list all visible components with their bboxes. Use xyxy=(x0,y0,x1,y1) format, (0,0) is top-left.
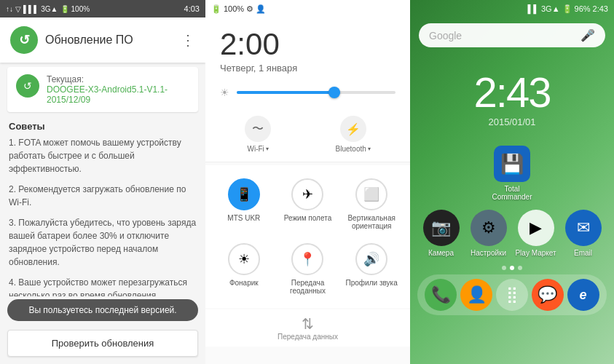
battery-icon-3: 🔋 xyxy=(562,4,572,14)
tc-inner: 💾 xyxy=(500,153,524,175)
status-bar-2: 🔋 100% ⚙ 👤 xyxy=(205,0,410,17)
dot-2 xyxy=(510,266,514,270)
version-value: DOOGEE-X3-Android5.1-V1.1-2015/12/09 xyxy=(47,84,189,105)
panel-quick-settings: 🔋 100% ⚙ 👤 2:00 Четверг, 1 января ☀ 〜 Wi… xyxy=(205,0,410,364)
total-commander-label: Total Commander xyxy=(491,185,533,201)
signal-3g-icon: 3G▲ xyxy=(541,4,560,13)
user-icon: 👤 xyxy=(256,4,266,14)
check-updates-button[interactable]: Проверить обновления xyxy=(7,330,198,357)
status-bar-3: ▌▌ 3G▲ 🔋 96% 2:43 xyxy=(410,0,614,17)
transfer-data-row[interactable]: ⇅ Передача данных xyxy=(205,309,410,347)
camera-icon: 📷 xyxy=(423,210,460,246)
sound-label: Профили звука xyxy=(346,279,398,287)
quick-icon-airplane[interactable]: ✈ Режим полета xyxy=(277,173,339,236)
battery-icon: 🔋 xyxy=(60,5,69,13)
signal-icon: ↑↓ xyxy=(6,5,13,13)
brightness-row[interactable]: ☀ xyxy=(205,81,410,107)
dock-bar: 📞 👤 ⣿ 💬 e xyxy=(417,274,607,315)
brightness-icon: ☀ xyxy=(220,87,229,98)
mts-icon: 📱 xyxy=(228,178,260,210)
toggles-row: 〜 Wi-Fi ▾ ⚡ Bluetooth ▾ xyxy=(205,107,410,162)
mic-icon[interactable]: 🎤 xyxy=(580,28,595,42)
big-clock: 2:00 xyxy=(220,29,395,60)
brightness-fill xyxy=(237,91,340,94)
airplane-icon: ✈ xyxy=(291,178,323,210)
flashlight-label: Фонарик xyxy=(229,279,259,287)
tip-1: 1. FOTA может помочь вашему устройству р… xyxy=(9,136,197,175)
settings-app[interactable]: ⚙ Настройки xyxy=(468,210,510,257)
current-version-box: ↺ Текущая: DOOGEE-X3-Android5.1-V1.1-201… xyxy=(7,67,198,112)
dot-1 xyxy=(502,266,506,270)
signal-bars-icon: ▌▌▌ xyxy=(23,5,39,13)
tip-2: 2. Рекомендуется загружать обновление по… xyxy=(9,183,197,209)
dock-messages[interactable]: 💬 xyxy=(532,279,564,311)
status2-left: 🔋 100% ⚙ 👤 xyxy=(211,4,266,14)
version-info: Текущая: DOOGEE-X3-Android5.1-V1.1-2015/… xyxy=(47,74,189,105)
wifi-toggle-label: Wi-Fi ▾ xyxy=(248,145,269,153)
battery-percent-3: 96% xyxy=(575,4,591,13)
dock-apps[interactable]: ⣿ xyxy=(496,279,528,311)
app-title: Обновление ПО xyxy=(45,33,133,47)
quick-icons-grid: 📱 MTS UKR ✈ Режим полета ⬜ Вертикальная … xyxy=(205,165,410,308)
battery-full-icon: 🔋 xyxy=(211,4,221,14)
play-market-app[interactable]: ▶ Play Маркет xyxy=(515,210,557,257)
quick-icon-location[interactable]: 📍 Передача геоданных xyxy=(277,237,339,301)
tc-disk-icon: 💾 xyxy=(500,153,524,175)
version-icon: ↺ xyxy=(16,74,39,98)
location-label: Передача геоданных xyxy=(280,279,336,295)
total-commander-app[interactable]: 💾 Total Commander xyxy=(491,146,533,201)
quick-icon-mts[interactable]: 📱 MTS UKR xyxy=(213,173,275,236)
home-clock-date: 2015/01/01 xyxy=(410,116,614,127)
dot-3 xyxy=(518,266,522,270)
quick-icon-sound[interactable]: 🔊 Профили звука xyxy=(340,237,403,301)
status-left-icons: ↑↓ ▽ ▌▌▌ 3G▲ 🔋 100% xyxy=(6,5,90,13)
tips-title: Советы xyxy=(9,121,197,132)
brightness-knob[interactable] xyxy=(328,87,340,98)
settings-icon[interactable]: ⚙ xyxy=(246,4,253,14)
quick-icon-flashlight[interactable]: ☀ Фонарик xyxy=(213,237,275,301)
settings-icon: ⚙ xyxy=(471,210,507,246)
location-icon: 📍 xyxy=(291,243,323,275)
panel-home-screen: ▌▌ 3G▲ 🔋 96% 2:43 Google 🎤 2:43 2015/01/… xyxy=(410,0,614,364)
orientation-label: Вертикальная ориентация xyxy=(343,214,400,230)
google-search-bar[interactable]: Google 🎤 xyxy=(419,23,605,47)
panel-software-update: ↑↓ ▽ ▌▌▌ 3G▲ 🔋 100% 4:03 ↺ Обновление ПО… xyxy=(0,0,205,364)
version-label: Текущая: xyxy=(47,74,189,84)
camera-app[interactable]: 📷 Камера xyxy=(420,210,463,257)
clock-date: Четверг, 1 января xyxy=(220,63,395,74)
clock-display: 4:03 xyxy=(184,4,200,13)
app-header: ↺ Обновление ПО ⋮ xyxy=(0,17,205,63)
brightness-slider[interactable] xyxy=(237,91,395,94)
bt-arrow-icon: ▾ xyxy=(368,146,371,152)
page-dot-indicator xyxy=(410,266,614,270)
menu-button[interactable]: ⋮ xyxy=(181,31,195,49)
battery-percent-2: 100% xyxy=(224,4,244,13)
update-app-icon: ↺ xyxy=(10,26,38,54)
wifi-icon: ▽ xyxy=(15,5,21,13)
home-clock: 2:43 2015/01/01 xyxy=(410,68,614,127)
google-placeholder: Google xyxy=(429,30,462,41)
email-label: Email xyxy=(574,249,592,257)
wifi-toggle-icon: 〜 xyxy=(245,116,271,142)
settings-label: Настройки xyxy=(471,249,506,257)
tip-3: 3. Пожалуйста убедитесь, что уровень зар… xyxy=(9,216,197,269)
clock-area: 2:00 Четверг, 1 января xyxy=(205,17,410,81)
airplane-label: Режим полета xyxy=(284,214,331,222)
bluetooth-toggle[interactable]: ⚡ Bluetooth ▾ xyxy=(336,116,371,153)
latest-version-badge: Вы пользуетесь последней версией. xyxy=(7,299,198,321)
home-clock-time: 2:43 xyxy=(410,68,614,116)
play-icon: ▶ xyxy=(518,210,554,246)
dock-contacts[interactable]: 👤 xyxy=(460,279,492,311)
app-icons-row: 💾 Total Commander xyxy=(410,131,614,207)
flashlight-icon: ☀ xyxy=(228,243,260,275)
tip-4: 4. Ваше устройство может перезагружаться… xyxy=(9,276,197,296)
quick-icon-orientation[interactable]: ⬜ Вертикальная ориентация xyxy=(340,173,403,236)
wifi-toggle[interactable]: 〜 Wi-Fi ▾ xyxy=(245,116,271,153)
email-app[interactable]: ✉ Email xyxy=(562,210,605,257)
tips-section: Советы 1. FOTA может помочь вашему устро… xyxy=(0,116,205,296)
bottom-row-icons: 📷 Камера ⚙ Настройки ▶ Play Маркет ✉ Ema… xyxy=(410,207,614,263)
dock-phone[interactable]: 📞 xyxy=(425,279,457,311)
network-type: 3G▲ xyxy=(41,5,58,13)
bluetooth-toggle-icon: ⚡ xyxy=(340,116,366,142)
dock-browser[interactable]: e xyxy=(567,279,599,311)
